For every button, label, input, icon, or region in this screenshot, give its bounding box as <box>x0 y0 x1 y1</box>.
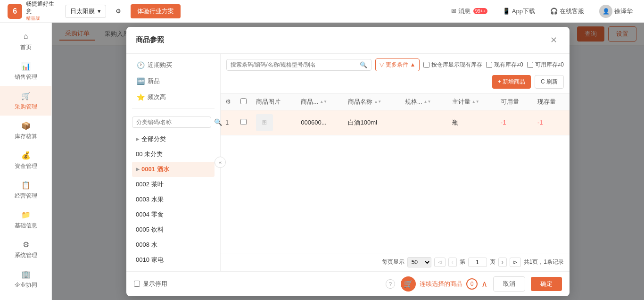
finance-icon: 💰 <box>21 150 31 160</box>
cell-checkbox[interactable] <box>236 110 251 135</box>
first-page-button[interactable]: ⊲ <box>434 258 446 267</box>
settings-icon[interactable]: ⚙ <box>225 98 231 105</box>
show-disabled-input[interactable] <box>134 281 140 287</box>
cat-item-0005[interactable]: 0005 饮料 <box>132 222 215 237</box>
recent-buy-tab[interactable]: 🕐 近期购买 <box>132 58 215 73</box>
cart-count: 0 <box>466 278 478 290</box>
cat-item-0003[interactable]: 0003 水果 <box>132 192 215 207</box>
frequent-tab[interactable]: ⭐ 频次高 <box>132 90 215 105</box>
th-image: 商品图片 <box>251 94 296 110</box>
table-row[interactable]: 1 图 000600... 白酒100ml <box>221 110 570 135</box>
category-search-button[interactable]: 🔍 <box>214 118 222 126</box>
store-selector[interactable]: 日太阳膜 ▾ <box>65 5 106 18</box>
select-all-checkbox[interactable] <box>240 98 247 104</box>
logo-sub: 精品版 <box>26 15 59 22</box>
sidebar-item-operations[interactable]: 📋 经营管理 <box>0 175 51 205</box>
online-service-button[interactable]: 🎧 在线客服 <box>546 5 588 17</box>
unit-col-label: 主计量 <box>452 98 471 106</box>
cat-label-00: 00 未分类 <box>136 150 163 158</box>
store-name: 日太阳膜 <box>70 7 95 16</box>
user-menu[interactable]: 👤 徐泽华 <box>595 3 636 20</box>
help-icon[interactable]: ? <box>386 279 395 289</box>
code-sort[interactable]: 商品... ▲▼ <box>301 98 327 106</box>
collapse-cart-button[interactable]: ∧ <box>481 279 487 289</box>
available-stock-input[interactable] <box>527 62 533 68</box>
sidebar-item-guide[interactable]: 📖 新手引导 <box>0 294 51 300</box>
sidebar-item-home[interactable]: ⌂ 首页 <box>0 26 51 56</box>
show-disabled-checkbox[interactable]: 显示停用 <box>134 280 167 288</box>
add-product-button[interactable]: + 新增商品 <box>492 75 531 89</box>
sidebar: ⌂ 首页 📊 销售管理 🛒 采购管理 📦 库存核算 💰 资金管理 📋 经营管理 … <box>0 23 52 300</box>
experience-button[interactable]: 体验行业方案 <box>131 4 181 18</box>
product-search-input[interactable] <box>231 61 358 68</box>
sales-icon: 📊 <box>21 61 31 71</box>
enterprise-icon: 🏢 <box>21 269 31 279</box>
rp-actions: + 新增商品 C 刷新 <box>492 75 564 89</box>
sidebar-item-sales[interactable]: 📊 销售管理 <box>0 56 51 86</box>
operations-icon: 📋 <box>21 180 31 190</box>
cat-item-0002[interactable]: 0002 茶叶 <box>132 177 215 192</box>
category-search-box: 🔍 <box>126 113 220 132</box>
row-checkbox[interactable] <box>240 119 247 125</box>
product-table-wrap: ⚙ 商品图片 商品... <box>221 94 570 253</box>
sidebar-item-label: 资金管理 <box>15 162 37 170</box>
more-filter-button[interactable]: ▽ 更多条件 ▲ <box>375 58 420 71</box>
page-input[interactable] <box>468 258 487 267</box>
existing-stock-checkbox[interactable]: 现有库存≠0 <box>486 61 523 69</box>
sidebar-item-purchase[interactable]: 🛒 采购管理 <box>0 86 51 116</box>
dialog-close-button[interactable]: ✕ <box>547 33 560 47</box>
unit-sort[interactable]: 主计量 ▲▼ <box>452 98 479 106</box>
pagination: 每页显示 50 10 20 100 ⊲ ‹ 第 页 <box>221 253 570 271</box>
username: 徐泽华 <box>614 7 633 16</box>
phone-icon: 📱 <box>503 8 510 15</box>
th-code[interactable]: 商品... ▲▼ <box>296 94 343 110</box>
sidebar-item-label: 库存核算 <box>15 133 37 141</box>
cat-item-0008[interactable]: 0008 水 <box>132 237 215 252</box>
cat-item-0004[interactable]: 0004 零食 <box>132 207 215 222</box>
sidebar-item-label: 企业协同 <box>15 281 37 289</box>
frequent-icon: ⭐ <box>137 93 145 101</box>
cancel-button[interactable]: 取消 <box>493 276 525 292</box>
spec-sort[interactable]: 规格... ▲▼ <box>405 98 431 106</box>
cart-icon[interactable]: 🛒 <box>401 276 416 292</box>
gear-icon: ⚙ <box>116 8 121 15</box>
gear-button[interactable]: ⚙ <box>112 6 125 17</box>
new-products-tab[interactable]: 🆕 新品 <box>132 74 215 89</box>
th-name[interactable]: 商品名称 ▲▼ <box>343 94 400 110</box>
sidebar-item-finance[interactable]: 💰 资金管理 <box>0 145 51 175</box>
panel-collapse-button[interactable]: « <box>215 157 226 168</box>
cell-index: 1 <box>221 110 236 135</box>
th-unit[interactable]: 主计量 ▲▼ <box>447 94 496 110</box>
prev-page-button[interactable]: ‹ <box>448 258 457 267</box>
sidebar-item-system[interactable]: ⚙ 系统管理 <box>0 234 51 264</box>
dialog-footer: 显示停用 ? 🛒 连续选择的商品 0 ∧ 取消 确定 <box>126 271 570 296</box>
per-page-select[interactable]: 50 10 20 100 <box>407 257 431 267</box>
cat-item-00[interactable]: 00 未分类 <box>132 147 215 162</box>
existing-stock-input[interactable] <box>486 62 492 68</box>
available-stock-checkbox[interactable]: 可用库存≠0 <box>527 61 564 69</box>
warehouse-display-label: 按仓库显示现有库存 <box>431 61 482 69</box>
product-search-box[interactable]: 🔍 <box>226 59 372 71</box>
category-search-input[interactable] <box>132 117 211 128</box>
sidebar-item-enterprise[interactable]: 🏢 企业协同 <box>0 264 51 294</box>
last-page-button[interactable]: ⊳ <box>510 258 521 267</box>
cell-spec <box>400 110 447 135</box>
page-label: 第 <box>460 258 465 266</box>
app-download-button[interactable]: 📱 App下载 <box>499 5 539 17</box>
cat-item-all[interactable]: ▶ 全部分类 <box>132 132 215 147</box>
sidebar-item-basic[interactable]: 📁 基础信息 <box>0 205 51 234</box>
confirm-button[interactable]: 确定 <box>531 277 562 291</box>
th-spec[interactable]: 规格... ▲▼ <box>400 94 447 110</box>
name-sort[interactable]: 商品名称 ▲▼ <box>348 98 381 106</box>
refresh-button[interactable]: C 刷新 <box>535 75 564 89</box>
sidebar-item-inventory[interactable]: 📦 库存核算 <box>0 116 51 145</box>
warehouse-display-input[interactable] <box>423 62 429 68</box>
warehouse-display-checkbox[interactable]: 按仓库显示现有库存 <box>423 61 482 69</box>
content-area: 采购订单 采购入库 查询 设置 商品参照 ✕ <box>52 23 644 300</box>
cat-item-0001[interactable]: ▶ 0001 酒水 <box>132 162 215 177</box>
next-page-button[interactable]: › <box>498 258 507 267</box>
purchase-icon: 🛒 <box>21 91 31 101</box>
cat-item-0010[interactable]: 0010 家电 <box>132 252 215 267</box>
message-button[interactable]: ✉ 消息 99++ <box>447 5 491 17</box>
name-sort-arrows: ▲▼ <box>374 100 381 104</box>
